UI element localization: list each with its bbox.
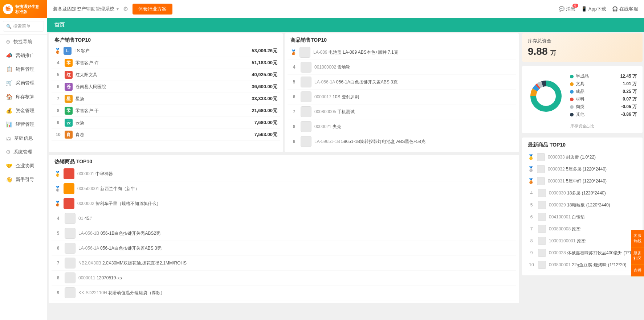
settings-icon[interactable]: ⚙: [123, 5, 128, 12]
newest-item[interactable]: 10 003800001 22g鱼豆腐-烧烤味 (1*12*20): [528, 259, 637, 271]
app-download-action[interactable]: 📱 App下载: [581, 6, 606, 12]
sidebar-item-purchase[interactable]: 🛒采购管理: [0, 76, 47, 90]
hot-product-item[interactable]: 8 0000011 12070519-xs: [52, 271, 516, 286]
float-button[interactable]: 直播: [631, 265, 644, 276]
online-service-action[interactable]: 🎧 在线客服: [612, 6, 638, 12]
nav-icon-marketing: 📣: [6, 52, 13, 59]
product-ranking-item[interactable]: 7 000800005 手机测试: [288, 104, 516, 119]
customer-badge: 零: [65, 107, 73, 115]
newest-item[interactable]: 4 0000030 18多层 (1220*2440): [528, 187, 637, 199]
topbar-actions: 💬 消息 6 📱 App下载 🎧 在线客服: [559, 6, 638, 12]
product-thumbnail: [537, 153, 545, 161]
system-selector[interactable]: 装备及固定资产辅助管理系统 ▾: [53, 6, 119, 12]
sidebar-nav: ⊕快捷导航📣营销推广📋销售管理🛒采购管理🏠库存核算💰资金管理📊经营管理🗂基础信息…: [0, 35, 47, 186]
system-name: 装备及固定资产辅助管理系统: [53, 6, 114, 12]
legend-color-dot: [570, 105, 574, 109]
customer-badge: 零: [65, 59, 73, 67]
sidebar-item-operation[interactable]: 📊经营管理: [0, 118, 47, 131]
hot-product-info: 000500001 新西兰牛肉（新牛）: [77, 186, 513, 192]
sidebar-item-system[interactable]: ⚙系统管理: [0, 145, 47, 159]
product-ranking-item[interactable]: 🥉 LA-089 电池盖 LA-089 ABS本色+黑种 7.1克: [288, 45, 516, 60]
ranking-item[interactable]: 4 零 零售客户-许 51,183.00元: [52, 57, 280, 69]
sidebar-item-basic-info[interactable]: 🗂基础信息: [0, 131, 47, 145]
nav-label-system: 系统管理: [13, 149, 32, 155]
bronze-medal-icon: 🥉: [54, 201, 61, 206]
newest-item[interactable]: 7 000800008 原垄: [528, 223, 637, 235]
ranking-item[interactable]: 6 苍 苍南县人民医院 36,600.00元: [52, 81, 280, 93]
chevron-down-icon[interactable]: ▾: [117, 7, 119, 12]
headset-icon: 🎧: [612, 6, 618, 12]
sidebar-item-inventory[interactable]: 🏠库存核算: [0, 90, 47, 104]
sidebar-item-quick-nav[interactable]: ⊕快捷导航: [0, 35, 47, 49]
product-ranking-item[interactable]: 5 LA-056-1A 056-1A白色按键开关盖ABS 3克: [288, 75, 516, 90]
hot-product-item[interactable]: 4 01 45#: [52, 211, 516, 226]
ranking-item[interactable]: 10 肖 肖总 7,563.00元: [52, 129, 280, 141]
float-button[interactable]: 客服 热线: [631, 230, 644, 247]
home-tab[interactable]: 首页: [47, 18, 644, 32]
customer-ranking-list: 🥉 L LS 客户 53,006.26元4 零 零售客户-许 51,183.00…: [49, 45, 283, 144]
logo-icon: 畅: [3, 4, 13, 14]
product-info: LA-056-1A 056-1A白色按键开关盖ABS 3克: [314, 79, 513, 85]
sidebar-search[interactable]: 🔍 搜索菜单: [0, 18, 47, 35]
product-thumbnail: [538, 237, 546, 245]
product-thumbnail: [538, 213, 546, 221]
product-image: [65, 287, 76, 298]
trial-button[interactable]: 体验行业方案: [133, 4, 172, 15]
product-ranking-item[interactable]: 9 LA-59651-1B 59651-1B旋转投影灯电池盒 ABS黑色+58克: [288, 134, 516, 149]
newest-item[interactable]: 🥈 0000032 5厘多层 (1220*2440): [528, 163, 637, 175]
customer-name: 零售客户-许: [76, 60, 249, 66]
ranking-item[interactable]: 🥉 L LS 客户 53,006.26元: [52, 45, 280, 57]
nav-icon-operation: 📊: [6, 121, 13, 128]
legend-value: -3.86 万: [621, 111, 637, 118]
product-info: 001000002 雪地靴: [314, 64, 513, 70]
hot-product-item[interactable]: 🥈 000500001 新西兰牛肉（新牛）: [52, 181, 516, 196]
hot-product-item[interactable]: 🥉 0000002 智利车子里（规格不知道填什么）: [52, 196, 516, 211]
hot-product-item[interactable]: 7 NB2.0X30B 2.0X30MM双搓花轴,搓花直径2.1MM/ROHS: [52, 256, 516, 271]
hot-product-item[interactable]: 🥇 0000001 中华神器: [52, 167, 516, 181]
rank-number: 9: [54, 120, 62, 125]
sidebar-item-finance[interactable]: 💰资金管理: [0, 104, 47, 118]
newest-item[interactable]: 5 0000029 18颗粒板 (1220*2440): [528, 199, 637, 211]
float-button[interactable]: 服务 社区: [631, 247, 644, 265]
newest-item[interactable]: 🥉 0000031 5厘中纤 (1220*2440): [528, 175, 637, 187]
customer-name: 红太阳文具: [76, 72, 249, 78]
message-badge: 6: [572, 4, 578, 8]
newest-product-info: 0000028 体械嘉枝味苏打饮品400毫升 (1*15): [549, 250, 637, 256]
newest-item[interactable]: 8 10000100001 原垄: [528, 235, 637, 247]
sidebar-item-guide[interactable]: 👋新手引导: [0, 173, 47, 186]
silver-medal-icon: 🥈: [54, 186, 61, 192]
sidebar-item-cooperation[interactable]: 🤝企业协同: [0, 159, 47, 173]
hot-product-item[interactable]: 9 KK-SD22110H 花语萌值温分罐罐袋（厚款）: [52, 286, 516, 300]
ranking-item[interactable]: 8 零 零售客户-于 21,680.00元: [52, 105, 280, 117]
rank-number: 5: [528, 202, 535, 208]
mid-top: 客户销售TOP10 🥉 L LS 客户 53,006.26元4 零 零售客户-许…: [47, 32, 521, 153]
customer-name: 零售客户-于: [76, 108, 249, 114]
hot-product-item[interactable]: 6 LA-056-1A 056-1A白色按键开关盖ABS 3壳: [52, 241, 516, 256]
sidebar: 畅 畅捷通好生意 标准版 🔍 搜索菜单 ⊕快捷导航📣营销推广📋销售管理🛒采购管理…: [0, 0, 47, 320]
product-image: [301, 62, 311, 73]
newest-item[interactable]: 🥇 0000033 封边带 (1.0*22): [528, 151, 637, 163]
sidebar-item-marketing[interactable]: 📣营销推广: [0, 49, 47, 62]
newest-item[interactable]: 6 004100001 白钢垫: [528, 211, 637, 223]
message-action[interactable]: 💬 消息 6: [559, 6, 575, 12]
rank-number: 7: [54, 96, 62, 101]
hot-product-info: LA-056-1A 056-1A白色按键开关盖ABS 3壳: [78, 245, 513, 251]
ranking-item[interactable]: 5 红 红太阳文具 40,925.00元: [52, 69, 280, 81]
search-menu-button[interactable]: 🔍 搜索菜单: [3, 21, 44, 32]
product-ranking-item[interactable]: 4 001000002 雪地靴: [288, 60, 516, 75]
ranking-item[interactable]: 7 星 星扬 33,333.00元: [52, 93, 280, 105]
sidebar-item-sales[interactable]: 📋销售管理: [0, 62, 47, 76]
product-ranking-item[interactable]: 6 0000017 10S 变刹罗刹: [288, 90, 516, 104]
hot-product-item[interactable]: 5 LA-056-1B 056-1B白色按键开关壳ABS2壳: [52, 226, 516, 241]
rank-number: 4: [54, 216, 62, 221]
legend-item: 其他 -3.86 万: [570, 111, 637, 118]
ranking-item[interactable]: 9 云 云扬 7,680.00元: [52, 117, 280, 129]
product-ranking-item[interactable]: 8 0000021 夹壳: [288, 119, 516, 134]
newest-item[interactable]: 9 0000028 体械嘉枝味苏打饮品400毫升 (1*15): [528, 247, 637, 259]
product-image: [301, 136, 311, 147]
product-thumbnail: [537, 177, 545, 185]
legend-value: 0.07 万: [623, 96, 637, 102]
search-icon: 🔍: [6, 24, 12, 29]
bronze-medal-icon: 🥉: [290, 49, 297, 55]
nav-icon-quick-nav: ⊕: [6, 38, 11, 45]
